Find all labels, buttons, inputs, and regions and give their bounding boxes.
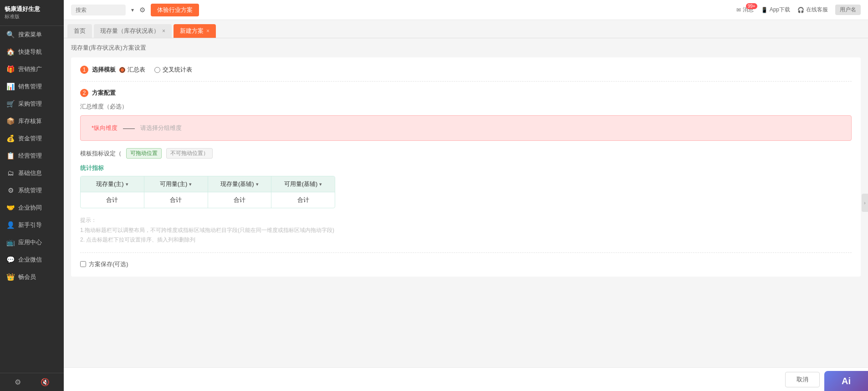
stats-table-header: 现存量(主)▾可用量(主)▾现存量(基辅)▾可用量(基辅)▾: [81, 176, 335, 192]
save-option-label: 方案保存(可选): [89, 260, 128, 268]
stats-table-header-cell[interactable]: 现存量(基辅)▾: [208, 176, 272, 192]
draggable-tag: 可拖动位置: [126, 148, 162, 159]
sidebar-icon-purchase: 🛒: [6, 100, 15, 108]
online-service-button[interactable]: 🎧 在线客服: [797, 6, 828, 14]
panel-collapse-button[interactable]: ›: [862, 194, 868, 212]
sidebar-label-purchase: 采购管理: [18, 100, 42, 108]
main-area: ▾ ⚙ 体验行业方案 ✉ 消息 99+ 📱 App下载 🎧 在线客服 用户名 首…: [64, 0, 868, 391]
non-draggable-tag: 不可拖动位置）: [166, 148, 213, 159]
sidebar-item-basic-info[interactable]: 🗂 基础信息: [0, 165, 64, 182]
sidebar-icon-basic-info: 🗂: [6, 169, 15, 177]
chevron-down-icon[interactable]: ▾: [126, 181, 128, 187]
main-panel: 1 选择模板 汇总表 交叉统计表: [71, 57, 861, 277]
save-option-row: 方案保存(可选): [80, 260, 852, 268]
page-title: 现存量(库存状况表)方案设置: [71, 44, 861, 52]
table-cell: 合计: [208, 192, 272, 208]
sidebar-label-quick-nav: 快捷导航: [18, 48, 42, 56]
sidebar-item-wechat[interactable]: 💬 企业微信: [0, 251, 64, 268]
app-download-label: App下载: [770, 6, 790, 14]
content-area: 现存量(库存状况表)方案设置 1 选择模板 汇总表 交叉统计表: [64, 38, 868, 367]
tab-close-new-scheme[interactable]: ×: [206, 28, 209, 34]
online-service-label: 在线客服: [806, 6, 828, 14]
user-avatar[interactable]: 用户名: [835, 5, 861, 15]
step2-header: 2 方案配置: [80, 89, 852, 97]
tab-label-new-scheme: 新建方案: [180, 27, 204, 35]
sidebar-item-operation[interactable]: 📋 经营管理: [0, 147, 64, 165]
app-name: 畅康通好生意: [5, 5, 59, 13]
sidebar-label-wechat: 企业微信: [18, 256, 42, 264]
sidebar-icon-inventory: 📦: [6, 117, 15, 125]
dimension-divider-text: ——: [123, 125, 135, 132]
topbar-gear-button[interactable]: ⚙: [139, 6, 145, 14]
dimension-required: *纵向维度: [92, 124, 117, 132]
sidebar-item-contract[interactable]: 🤝 企业协同: [0, 199, 64, 216]
app-download-button[interactable]: 📱 App下载: [761, 6, 790, 14]
stats-table-header-cell[interactable]: 现存量(主)▾: [81, 176, 144, 192]
divider-2: [80, 252, 852, 253]
ai-label: Ai: [842, 376, 851, 386]
sidebar-item-sales[interactable]: 📊 销售管理: [0, 78, 64, 95]
table-row: 合计合计合计合计: [81, 192, 335, 208]
chevron-down-icon[interactable]: ▾: [256, 181, 259, 187]
stats-table-header-cell[interactable]: 可用量(基辅)▾: [271, 176, 335, 192]
sidebar-label-search-menu: 搜索菜单: [18, 31, 42, 39]
tab-label-home: 首页: [74, 27, 86, 35]
sidebar-icon-system: ⚙: [6, 186, 15, 195]
tab-new-scheme[interactable]: 新建方案×: [174, 24, 216, 38]
summary-table-option[interactable]: 汇总表: [119, 66, 145, 74]
save-checkbox[interactable]: [80, 261, 86, 267]
trial-button[interactable]: 体验行业方案: [151, 4, 199, 16]
sidebar-icon-contract: 🤝: [6, 204, 15, 212]
cross-table-option[interactable]: 交叉统计表: [154, 66, 192, 74]
tab-close-inventory-status[interactable]: ×: [162, 28, 165, 34]
sidebar-icon-newbie: 👤: [6, 221, 15, 229]
step1-section: 1 选择模板 汇总表 交叉统计表: [80, 66, 852, 74]
app-version: 标准版: [5, 13, 59, 20]
chevron-down-icon[interactable]: ▾: [319, 181, 322, 187]
sound-icon[interactable]: 🔇: [41, 378, 50, 386]
footer-bar: 取消 查询: [64, 367, 868, 391]
search-input[interactable]: [71, 5, 126, 15]
sidebar-label-system: 系统管理: [18, 186, 42, 195]
sidebar-item-system[interactable]: ⚙ 系统管理: [0, 182, 64, 199]
sidebar-item-marketing[interactable]: 🎁 营销推广: [0, 61, 64, 78]
sidebar-item-purchase[interactable]: 🛒 采购管理: [0, 95, 64, 113]
settings-icon[interactable]: ⚙: [15, 378, 21, 386]
topbar-dropdown-button[interactable]: ▾: [131, 7, 134, 13]
ai-button[interactable]: Ai: [824, 371, 868, 391]
sidebar-label-app-center: 应用中心: [18, 238, 42, 247]
sidebar-label-operation: 经营管理: [18, 152, 42, 160]
phone-icon: 📱: [761, 7, 768, 13]
dimension-box[interactable]: *纵向维度 —— 请选择分组维度: [80, 115, 852, 141]
sidebar-label-membership: 畅会员: [18, 273, 36, 281]
tips-items: 1.拖动标题栏可以调整布局，不可跨维度或指标区域拖动栏目字段(只能在同一维度或指…: [80, 226, 852, 245]
cancel-button[interactable]: 取消: [785, 372, 820, 387]
sidebar-item-finance[interactable]: 💰 资金管理: [0, 130, 64, 147]
sidebar-icon-marketing: 🎁: [6, 65, 15, 73]
message-button[interactable]: ✉ 消息 99+: [736, 6, 754, 14]
sidebar-item-search-menu[interactable]: 🔍 搜索菜单: [0, 26, 64, 43]
tips-item: 1.拖动标题栏可以调整布局，不可跨维度或指标区域拖动栏目字段(只能在同一维度或指…: [80, 226, 852, 236]
sidebar-item-quick-nav[interactable]: 🏠 快捷导航: [0, 43, 64, 61]
tab-home[interactable]: 首页: [67, 24, 92, 38]
stats-table: 现存量(主)▾可用量(主)▾现存量(基辅)▾可用量(基辅)▾ 合计合计合计合计: [80, 176, 335, 208]
step1-title: 选择模板: [92, 66, 116, 74]
sidebar-item-membership[interactable]: 👑 畅会员: [0, 268, 64, 286]
sidebar-label-contract: 企业协同: [18, 204, 42, 212]
sidebar-icon-membership: 👑: [6, 273, 15, 281]
dimension-placeholder: 请选择分组维度: [140, 124, 182, 132]
sidebar-icon-finance: 💰: [6, 134, 15, 143]
sidebar-label-finance: 资金管理: [18, 134, 42, 143]
tab-label-inventory-status: 现存量（库存状况表）: [100, 27, 159, 35]
sidebar-item-inventory[interactable]: 📦 库存核算: [0, 113, 64, 130]
sidebar-item-app-center[interactable]: 📺 应用中心: [0, 234, 64, 251]
tab-inventory-status[interactable]: 现存量（库存状况表）×: [94, 24, 172, 38]
sidebar-item-newbie[interactable]: 👤 新手引导: [0, 216, 64, 234]
chevron-down-icon[interactable]: ▾: [189, 181, 192, 187]
indicator-settings-row: 模板指标设定（ 可拖动位置 不可拖动位置）: [80, 148, 852, 159]
table-cell: 合计: [81, 192, 144, 208]
stats-table-header-cell[interactable]: 可用量(主)▾: [144, 176, 208, 192]
sidebar-icon-operation: 📋: [6, 152, 15, 160]
step2-section: 2 方案配置 汇总维度（必选） *纵向维度 —— 请选择分组维度 模板指标设定（…: [80, 89, 852, 245]
cross-table-label: 交叉统计表: [163, 66, 192, 74]
